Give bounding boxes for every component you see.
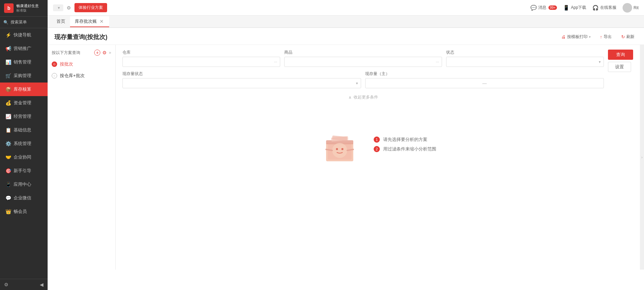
sidebar-item-app-center[interactable]: 📱 应用中心	[0, 178, 48, 191]
sidebar-item-enterprise-wechat[interactable]: 💬 企业微信	[0, 191, 48, 205]
main-area: ▾ ⚙ 体验行业方案 💬 消息 99+ 📱 App下载 🎧 在线客服 Rit	[48, 0, 644, 290]
main-content: 按以下方案查询 + ⚙ » ⊙ 按批次 ○ 按仓库+批次	[48, 45, 644, 270]
refresh-button[interactable]: ↻ 刷新	[618, 33, 637, 41]
query-button[interactable]: 查询	[608, 50, 633, 60]
headset-icon: 🎧	[592, 5, 599, 11]
sidebar-item-label: 系统管理	[14, 141, 31, 147]
collapse-row[interactable]: ∧ 收起更多条件	[122, 92, 604, 104]
footer-collapse-icon[interactable]: ◀	[40, 282, 44, 287]
svg-point-4	[336, 148, 338, 150]
topbar-right: 💬 消息 99+ 📱 App下载 🎧 在线客服 Rit	[530, 3, 639, 13]
export-button[interactable]: ↑ 导出	[597, 33, 615, 41]
message-badge: 99+	[548, 5, 557, 10]
sidebar-item-system[interactable]: ⚙️ 系统管理	[0, 137, 48, 150]
empty-step-1: 1 请先选择要分析的方案	[374, 137, 436, 143]
trial-button[interactable]: 体验行业方案	[74, 3, 107, 12]
sidebar-item-label: 库存核算	[14, 86, 31, 92]
sidebar-item-label: 销售管理	[14, 59, 31, 65]
filter-status: 状态 ▾	[446, 50, 604, 67]
filter-row-1: 仓库 ··· 商品 ···	[122, 50, 604, 67]
app-logo: b	[4, 3, 14, 13]
message-action[interactable]: 💬 消息 99+	[530, 5, 557, 11]
settings-button[interactable]: 设置	[608, 62, 631, 72]
print-template-button[interactable]: 🖨 按模板打印 ▾	[559, 33, 593, 41]
footer-settings-icon[interactable]: ⚙	[4, 282, 9, 287]
status-select[interactable]: ▾	[446, 57, 604, 67]
operations-icon: 📈	[5, 114, 11, 119]
collapse-text: 收起更多条件	[354, 94, 378, 100]
sidebar-item-basic-info[interactable]: 📋 基础信息	[0, 123, 48, 137]
content-header-actions: 🖨 按模板打印 ▾ ↑ 导出 ↻ 刷新	[559, 33, 638, 41]
sidebar-item-marketing[interactable]: 📢 营销推广	[0, 42, 48, 55]
search-icon: 🔍	[3, 20, 9, 25]
empty-svg	[319, 124, 360, 165]
stock-status-select[interactable]: ▾	[122, 78, 361, 88]
online-service-label: 在线客服	[600, 5, 616, 11]
tabbar: 首页 库存批次账 ✕	[48, 16, 644, 28]
sidebar-item-vip[interactable]: 👑 畅会员	[0, 205, 48, 218]
panel-header: 按以下方案查询 + ⚙ »	[48, 48, 115, 58]
current-stock-max[interactable]	[490, 81, 601, 86]
svg-point-5	[341, 148, 343, 150]
warehouse-label: 仓库	[122, 50, 280, 55]
filter-and-actions: 仓库 ··· 商品 ···	[122, 50, 633, 104]
marketing-icon: 📢	[5, 46, 11, 51]
status-label: 状态	[446, 50, 604, 55]
tab-close-button[interactable]: ✕	[99, 19, 104, 24]
content-area: 现存量查询(按批次) 🖨 按模板打印 ▾ ↑ 导出 ↻ 刷新	[48, 28, 644, 290]
empty-state: 1 请先选择要分析的方案 2 用过滤条件来缩小分析范围	[122, 104, 633, 185]
print-dropdown-icon: ▾	[589, 35, 591, 39]
plan-item-batch[interactable]: ⊙ 按批次	[48, 58, 115, 70]
sidebar-item-inventory[interactable]: 📦 库存核算	[0, 83, 48, 96]
vip-icon: 👑	[5, 209, 11, 214]
plan-active-dot: ⊙	[52, 61, 57, 67]
user-name: Rit	[633, 5, 639, 10]
step-num-1: 1	[374, 137, 380, 143]
online-service-action[interactable]: 🎧 在线客服	[592, 5, 616, 11]
current-stock-min[interactable]	[368, 81, 480, 86]
export-label: 导出	[604, 34, 612, 40]
sidebar: b 畅康通好生意 标准版 🔍 搜索菜单 ⚡ 快捷导航 📢 营销推广 📊 销售管理…	[0, 0, 48, 290]
sidebar-item-label: 企业微信	[14, 195, 31, 201]
step-2-text: 用过滤条件来缩小分析范围	[383, 146, 436, 152]
product-more-icon[interactable]: ···	[436, 60, 439, 64]
stock-status-label: 现存量状态	[122, 71, 361, 77]
filter-row-2: 现存量状态 ▾ 现存量（主） —	[122, 71, 604, 88]
plan-settings-icon[interactable]: ⚙	[102, 50, 107, 55]
sidebar-item-finance[interactable]: 💰 资金管理	[0, 96, 48, 110]
purchase-icon: 🛒	[5, 73, 11, 78]
topbar: ▾ ⚙ 体验行业方案 💬 消息 99+ 📱 App下载 🎧 在线客服 Rit	[48, 0, 644, 16]
filter-stock-status: 现存量状态 ▾	[122, 71, 361, 88]
add-plan-button[interactable]: +	[94, 50, 100, 56]
right-edge-collapse[interactable]: ›	[640, 45, 644, 270]
app-download-action[interactable]: 📱 App下载	[563, 5, 586, 11]
sidebar-item-purchase[interactable]: 🛒 采购管理	[0, 69, 48, 83]
warehouse-more-icon[interactable]: ···	[274, 60, 277, 64]
sidebar-item-sales[interactable]: 📊 销售管理	[0, 55, 48, 69]
step-num-2: 2	[374, 146, 380, 152]
sidebar-item-label: 新手引导	[14, 168, 31, 174]
sidebar-item-newbie[interactable]: 🎯 新手引导	[0, 164, 48, 178]
add-icon: +	[96, 50, 99, 55]
sidebar-item-enterprise[interactable]: 🤝 企业协同	[0, 150, 48, 164]
current-stock-label: 现存量（主）	[365, 71, 604, 77]
tab-inventory-batch[interactable]: 库存批次账 ✕	[70, 16, 109, 27]
panel-collapse-icon[interactable]: »	[109, 50, 111, 55]
sidebar-item-operations[interactable]: 📈 经营管理	[0, 110, 48, 123]
enterprise-icon: 🤝	[5, 155, 11, 160]
sidebar-header: b 畅康通好生意 标准版	[0, 0, 48, 17]
app-download-icon: 📱	[563, 5, 570, 11]
user-profile[interactable]: Rit	[623, 3, 639, 13]
sidebar-item-label: 资金管理	[14, 100, 31, 106]
filter-product: 商品 ···	[284, 50, 442, 67]
tab-home-label: 首页	[56, 18, 65, 24]
plan-item-warehouse-batch[interactable]: ○ 按仓库+批次	[48, 70, 115, 81]
product-input[interactable]: ···	[284, 57, 442, 67]
tab-home[interactable]: 首页	[52, 16, 70, 27]
sidebar-item-quick-nav[interactable]: ⚡ 快捷导航	[0, 28, 48, 42]
sidebar-item-label: 企业协同	[14, 154, 31, 160]
empty-steps: 1 请先选择要分析的方案 2 用过滤条件来缩小分析范围	[374, 137, 436, 152]
warehouse-input[interactable]: ···	[122, 57, 280, 67]
topbar-settings-icon[interactable]: ⚙	[67, 5, 71, 11]
sidebar-search[interactable]: 🔍 搜索菜单	[0, 17, 48, 28]
